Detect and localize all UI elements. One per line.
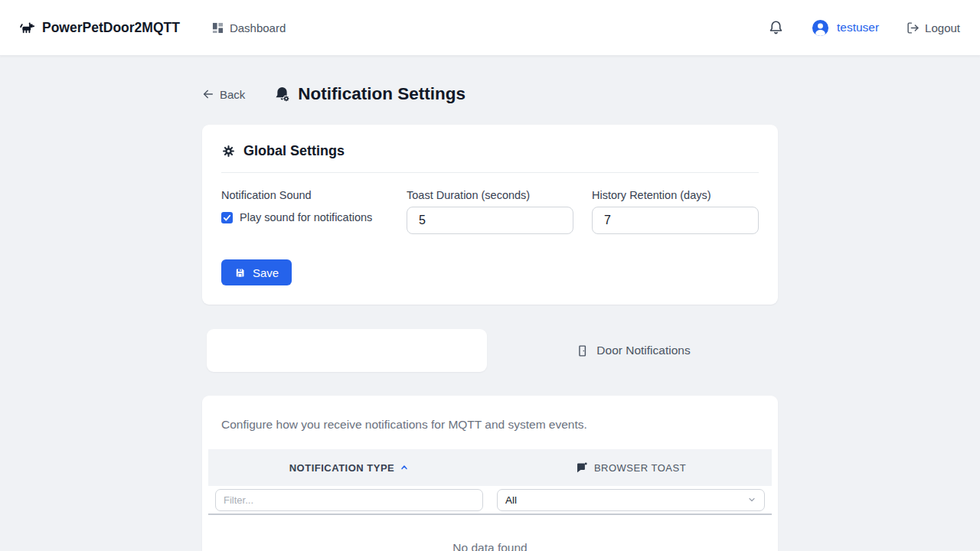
logout-button[interactable]: Logout [906, 21, 960, 34]
navbar: PowerPetDoor2MQTT Dashboard [0, 0, 980, 56]
field-notification-sound: Notification Sound Play sound for notifi… [221, 189, 388, 234]
sound-checkbox-label: Play sound for notifications [240, 211, 372, 223]
user-menu[interactable]: testuser [812, 19, 879, 37]
dashboard-grid-icon [212, 22, 224, 34]
user-avatar-icon [812, 19, 829, 37]
arrow-left-icon [202, 88, 214, 100]
page-title-wrap: Notification Settings [273, 84, 466, 104]
notification-tabs: Door Notifications [202, 329, 778, 372]
notifications-card: Configure how you receive notifications … [202, 396, 778, 551]
history-retention-input[interactable] [592, 207, 759, 234]
field-history-retention: History Retention (days) [592, 189, 759, 234]
save-label: Save [253, 266, 279, 279]
toast-filter-select[interactable]: All [497, 489, 765, 511]
sound-checkbox[interactable] [221, 212, 233, 223]
nav-dashboard-label: Dashboard [230, 21, 286, 34]
save-button[interactable]: Save [221, 259, 292, 285]
door-icon [576, 344, 589, 358]
global-settings-title: Global Settings [243, 143, 345, 159]
page-header: Back [202, 84, 778, 104]
history-retention-label: History Retention (days) [592, 189, 759, 201]
notifications-table: NOTIFICATION TYPE BROWSER TOAST [208, 449, 772, 551]
toast-duration-input[interactable] [407, 207, 573, 234]
back-label: Back [220, 88, 245, 101]
message-square-dot-icon [576, 461, 589, 474]
notifications-bell-button[interactable] [768, 19, 784, 36]
field-toast-duration: Toast Duration (seconds) [407, 189, 573, 234]
browser-toast-label: BROWSER TOAST [594, 462, 686, 474]
table-header-row: NOTIFICATION TYPE BROWSER TOAST [208, 449, 772, 486]
tab-active-blank[interactable] [207, 329, 487, 372]
logout-label: Logout [925, 21, 960, 34]
username-label: testuser [837, 21, 879, 34]
column-header-browser-toast[interactable]: BROWSER TOAST [490, 461, 772, 474]
save-row: Save [221, 259, 759, 285]
toast-duration-label: Toast Duration (seconds) [407, 189, 573, 201]
global-settings-fields: Notification Sound Play sound for notifi… [221, 189, 759, 234]
table-empty-message: No data found [208, 541, 772, 551]
chevron-down-icon [747, 495, 756, 504]
table-filter-row: All [208, 486, 772, 515]
toast-filter-value: All [505, 494, 517, 506]
gear-icon [221, 144, 236, 158]
sound-checkbox-row[interactable]: Play sound for notifications [221, 211, 388, 223]
notifications-description: Configure how you receive notifications … [221, 418, 759, 432]
navbar-right: testuser Logout [768, 19, 960, 37]
back-button[interactable]: Back [202, 88, 245, 101]
filter-cell-type [208, 489, 490, 511]
tab-door-notifications[interactable]: Door Notifications [493, 329, 773, 372]
tab-door-label: Door Notifications [596, 344, 690, 357]
brand[interactable]: PowerPetDoor2MQTT [20, 20, 180, 36]
nav-dashboard[interactable]: Dashboard [212, 21, 286, 34]
check-icon [223, 214, 231, 222]
column-header-notification-type[interactable]: NOTIFICATION TYPE [208, 462, 490, 474]
global-settings-card: Global Settings Notification Sound Play … [202, 125, 778, 305]
notification-type-label: NOTIFICATION TYPE [289, 462, 395, 474]
filter-cell-toast: All [490, 489, 772, 511]
floppy-disk-icon [234, 267, 246, 279]
bell-gear-icon [273, 86, 291, 103]
page-title: Notification Settings [298, 84, 466, 104]
caret-up-icon [400, 463, 409, 472]
bell-icon [768, 19, 784, 36]
sound-label: Notification Sound [221, 189, 388, 201]
logout-icon [906, 21, 920, 34]
type-filter-input[interactable] [215, 489, 483, 511]
brand-title: PowerPetDoor2MQTT [42, 20, 180, 36]
global-settings-header: Global Settings [221, 143, 759, 173]
dog-icon [20, 21, 35, 34]
